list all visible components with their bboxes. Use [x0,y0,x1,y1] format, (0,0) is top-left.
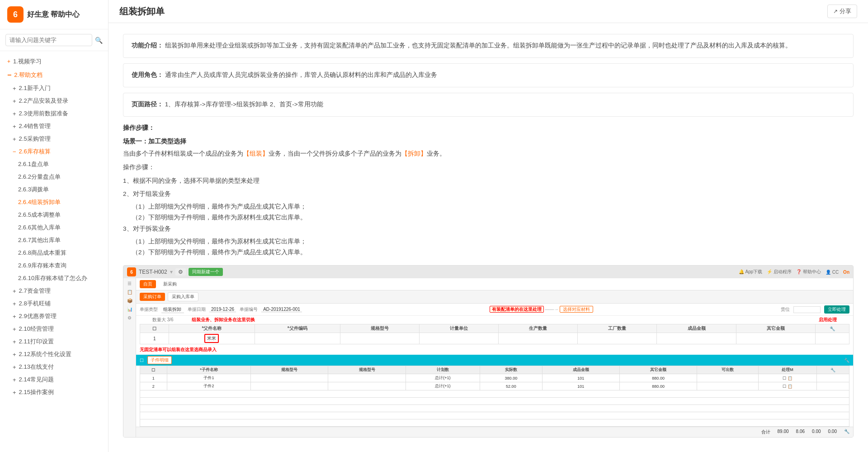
mini-bth-cost2: 其它金额 [619,366,697,374]
mini-bth-process: 处理M [758,366,816,374]
sidebar-item-label: 2.6库存核算 [19,147,51,156]
sidebar-item-s210[interactable]: + 2.10经营管理 [0,323,108,335]
mini-bth-spec: 规格型号 [328,366,406,374]
share-icon: ↗ [833,8,838,14]
sidebar-item-s262[interactable]: 2.6.2分量盘点单 [0,171,108,183]
step2b: （2）下部明细为子件明细，最终作为原材料生成其它出库单。 [123,212,854,223]
sidebar-item-s212[interactable]: + 2.12系统个性化设置 [0,348,108,361]
sidebar-item-s25[interactable]: + 2.5采购管理 [0,133,108,145]
mini-app-id: TEST-H002 [139,269,167,275]
mini-btd-code1 [251,374,328,382]
step2a: （1）上部明细为父件明细，最终作为产成品生成其它入库单； [123,201,854,212]
expand-icon-s214: + [13,376,16,383]
sidebar-item-s266[interactable]: 2.6.6其他入库单 [0,221,108,234]
sidebar-item-video[interactable]: + 1.视频学习 [0,55,108,68]
sidebar-item-s22[interactable]: + 2.2产品安装及登录 [0,95,108,107]
annotation-bom: 有装配清单的在这里处理 [490,306,544,313]
step1: 1、根据不同的业务，选择不同单据的类型来处理 [123,176,854,186]
logo-area: 6 好生意 帮助中心 [0,0,108,29]
sidebar-item-label: 2.5采购管理 [19,135,51,143]
screenshot-container: 6 TEST-H002 ▾ ⚙ 同期新建一个 🔔 App下载 ⚡ 启动程序 ❓ … [123,265,854,438]
mini-footer-label: 合计 [761,429,770,435]
mini-btd-proc1: ☐ 📋 [758,374,816,382]
sidebar-item-s2610[interactable]: 2.6.10库存账本错了怎么办 [0,272,108,285]
sidebar-item-s264[interactable]: 2.6.4组装拆卸单 [0,196,108,209]
sidebar-item-s263[interactable]: 2.6.3调拨单 [0,183,108,196]
nav-tree: + 1.视频学习 − 2.帮助文档 + 2.1新手入门 + 2.2产品安装及登录… [0,51,108,452]
logo-text: 好生意 帮助中心 [27,10,80,19]
share-button[interactable]: ↗ 分享 [827,5,857,18]
expand-icon-s210: + [13,326,16,333]
mini-th-prod-qty: 生产数量 [499,324,578,333]
mini-field-type-val: 组装拆卸 [161,306,184,313]
sidebar-item-s269[interactable]: 2.6.9库存账本查询 [0,259,108,272]
mini-sidebar-icon2: 📋 [127,290,132,295]
sidebar-item-s215[interactable]: + 2.15操作案例 [0,386,108,399]
search-input[interactable] [5,34,92,46]
mini-field-no-label: 单据编号 [240,306,258,313]
role-block: 使用角色： 通常由生产人员或库管人员完成拆装业务的操作，库管人员确认原材料的出库… [123,63,854,87]
sidebar-item-s26[interactable]: − 2.6库存核算 [0,145,108,158]
mini-section-icon2: 🔧 [844,358,849,363]
sidebar-item-label: 2.14常见问题 [19,376,54,384]
path-label: 页面路径： [132,101,163,108]
mini-th-other-cost: 其它金额 [736,324,815,333]
mini-td-op [815,333,849,344]
search-icon[interactable]: 🔍 [95,37,103,44]
mini-logo: 6 [127,267,136,276]
sidebar-item-s21[interactable]: + 2.1新手入门 [0,82,108,95]
sidebar-item-label: 2.12系统个性化设置 [19,350,71,358]
highlight-assemble: 【组装】 [243,150,269,157]
mini-bottom-table-wrap: ☐ *子件名称 规格型号 规格型号 计划数 实际数 成品金额 其它金额 可出数 [136,366,853,427]
sidebar-item-label: 2.6.1盘点单 [18,161,49,167]
sidebar-item-docs[interactable]: − 2.帮助文档 [0,68,108,82]
annotation-switch: 组装业务、拆卸业务在这里切换 [192,317,255,323]
sidebar-item-label: 2.15操作案例 [19,388,54,396]
mini-btd-cost1-1: 101 [542,374,619,382]
sidebar-item-s268[interactable]: 2.6.8商品成本重算 [0,247,108,259]
mini-confirm-btn: 立即处理 [824,305,849,314]
sidebar-item-s267[interactable]: 2.6.7其他出库单 [0,234,108,247]
mini-dropdown-icon: ▾ [170,269,173,275]
mini-th-parent-name: *父件名称 [169,324,255,333]
mini-section-icon: ☐ [140,358,144,363]
expand-icon-s213: + [13,364,16,371]
mini-td-other-cost [736,333,815,344]
mini-th-spec: 规格型号 [340,324,419,333]
sidebar-item-label: 2.10经营管理 [19,325,54,333]
mini-bth-child-name: *子件名称 [167,366,250,374]
sidebar-item-s24[interactable]: + 2.4销售管理 [0,120,108,133]
mini-th-parent-code: *父件编码 [255,324,340,333]
logo-icon: 6 [7,6,24,23]
sidebar-item-label: 2.8手机旺铺 [19,300,51,308]
content-area: 功能介绍： 组装拆卸单用来处理企业组装或拆卸等加工业务，支持有固定装配清单的产品… [108,23,868,452]
mini-field-date-val: 2019-12-26 [209,307,236,312]
mini-footer-v1: 89.00 [778,429,789,435]
sidebar-item-s29[interactable]: + 2.9优惠券管理 [0,310,108,323]
sidebar-item-s23[interactable]: + 2.3使用前数据准备 [0,107,108,120]
sidebar-item-s211[interactable]: + 2.11打印设置 [0,335,108,348]
sidebar-item-label: 2.11打印设置 [19,338,54,346]
step3b: （2）下部明细为子件明细，最终作为产成品生成其它入库单。 [123,247,854,258]
sidebar-item-s27[interactable]: + 2.7资金管理 [0,285,108,297]
sidebar-item-s261[interactable]: 2.6.1盘点单 [0,158,108,171]
mini-btd-idx1: 1 [140,374,167,382]
mini-field-no-val: AD-20191226-001 [261,307,302,312]
sidebar-item-label: 2.帮助文档 [14,71,42,79]
sidebar-item-label: 2.6.2分量盘点单 [18,173,61,180]
mini-tab-active: 自页 [140,280,156,288]
sidebar-item-s28[interactable]: + 2.8手机旺铺 [0,297,108,310]
sidebar-item-s213[interactable]: + 2.13在线支付 [0,361,108,373]
mini-top-table-wrap: ☐ *父件名称 *父件编码 规格型号 计量单位 生产数量 工厂数量 成品金额 其 [136,324,853,344]
mini-app-dl: 🔔 App下载 [739,269,762,275]
sidebar-item-label: 2.6.10库存账本错了怎么办 [18,275,87,281]
mini-topbar: 自页 新采购 [136,278,853,290]
mini-bottom-section-header: ☐ 子件明细 🔧 [136,355,853,366]
mini-field-date-label: 单据日期 [188,306,206,313]
sidebar-item-label: 2.9优惠券管理 [19,312,57,320]
mini-footer-v2: 8.06 [796,429,805,435]
mini-field-loc-input[interactable] [793,306,821,313]
table-row [140,398,849,405]
sidebar-item-s265[interactable]: 2.6.5成本调整单 [0,209,108,221]
sidebar-item-s214[interactable]: + 2.14常见问题 [0,373,108,386]
